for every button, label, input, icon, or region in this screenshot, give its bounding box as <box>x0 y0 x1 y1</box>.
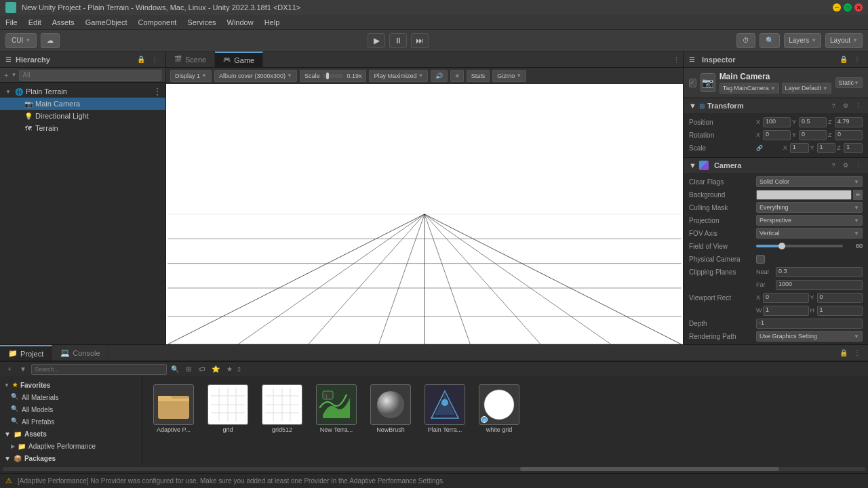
add-object-icon[interactable]: + <box>4 71 8 79</box>
fav-all-models[interactable]: 🔍 All Models <box>0 403 142 415</box>
asset-grid512[interactable]: grid512 <box>256 382 308 436</box>
cui-button[interactable]: CUI ▼ <box>5 33 37 48</box>
stats-button[interactable]: Stats <box>467 70 490 82</box>
transform-header[interactable]: ▼ ⊞ Transform ? ⚙ ⋮ <box>684 98 868 113</box>
rotation-y-input[interactable]: 0 <box>799 130 827 140</box>
scale-x-input[interactable]: 1 <box>790 143 809 153</box>
resolution-dropdown[interactable]: Album cover (3000x300) ▼ <box>214 70 297 82</box>
vsync-button[interactable]: ≡ <box>450 70 463 82</box>
add-asset-icon[interactable]: + <box>4 364 15 375</box>
hierarchy-light-item[interactable]: 💡 Directional Light <box>0 110 165 122</box>
menu-edit[interactable]: Edit <box>28 18 41 26</box>
rotation-z-input[interactable]: 0 <box>835 130 863 140</box>
menu-assets[interactable]: Assets <box>52 18 75 26</box>
menu-file[interactable]: File <box>5 18 18 26</box>
tab-scene[interactable]: 🎬 Scene <box>166 52 215 67</box>
hierarchy-search-input[interactable] <box>19 70 161 81</box>
play-maximized-dropdown[interactable]: Play Maximized ▼ <box>369 70 428 82</box>
viewport-w-input[interactable]: 1 <box>763 306 809 316</box>
hierarchy-lock-icon[interactable]: 🔒 <box>136 54 146 65</box>
scale-control[interactable]: Scale 0.19x <box>300 70 367 82</box>
fov-slider[interactable] <box>756 245 843 247</box>
search-toolbar-button[interactable]: 🔍 <box>760 33 780 48</box>
assets-adaptive-perf-item[interactable]: ▶ 📁 Adaptive Performance <box>0 440 142 452</box>
scale-z-input[interactable]: 1 <box>844 143 863 153</box>
project-more-icon[interactable]: ⋮ <box>852 348 863 359</box>
object-active-checkbox[interactable] <box>689 79 696 87</box>
step-button[interactable]: ⏭ <box>411 33 429 48</box>
camera-more-icon[interactable]: ⋮ <box>853 161 863 170</box>
menu-component[interactable]: Component <box>138 18 176 26</box>
project-lock-icon[interactable]: 🔒 <box>838 348 849 359</box>
camera-header[interactable]: ▼ Camera ? ⚙ ⋮ <box>684 158 868 173</box>
camera-settings-icon[interactable]: ⚙ <box>841 161 850 170</box>
assets-tree-header[interactable]: ▼ 📁 Assets <box>0 428 142 440</box>
static-dropdown[interactable]: Static ▼ <box>835 77 863 88</box>
asset-adaptive-p[interactable]: Adaptive P... <box>148 382 199 436</box>
position-z-input[interactable]: 4.79 <box>835 117 863 127</box>
transform-more-icon[interactable]: ⋮ <box>853 101 863 110</box>
viewport-y-input[interactable]: 0 <box>817 293 863 303</box>
clear-flags-dropdown[interactable]: Solid Color ▼ <box>756 176 863 187</box>
project-label-icon[interactable]: 🏷 <box>197 364 208 375</box>
menu-window[interactable]: Window <box>227 18 254 26</box>
menu-help[interactable]: Help <box>264 18 280 26</box>
transform-settings-icon[interactable]: ⚙ <box>841 101 850 110</box>
tab-console[interactable]: 💻 Console <box>52 345 108 361</box>
tab-project[interactable]: 📁 Project <box>0 345 52 361</box>
close-button[interactable]: ✕ <box>854 3 863 12</box>
asset-plain-terra[interactable]: Plain Terra... <box>419 382 471 436</box>
packages-tree-header[interactable]: ▼ 📦 Packages <box>0 452 142 464</box>
project-star-icon[interactable]: ★ <box>224 364 235 375</box>
menu-services[interactable]: Services <box>187 18 216 26</box>
view-more-icon[interactable]: ⋮ <box>669 52 683 68</box>
add-asset-arrow-icon[interactable]: ▼ <box>18 364 28 375</box>
play-button[interactable]: ▶ <box>368 33 385 48</box>
scale-y-input[interactable]: 1 <box>817 143 836 153</box>
scrollbar-thumb[interactable] <box>520 467 779 471</box>
tab-game[interactable]: 🎮 Game <box>215 52 263 67</box>
project-search-input[interactable] <box>31 364 167 375</box>
physical-camera-checkbox[interactable] <box>756 255 765 264</box>
rotation-x-input[interactable]: 0 <box>763 130 791 140</box>
asset-newbrush[interactable]: NewBrush <box>365 382 416 436</box>
add-arrow-icon[interactable]: ▼ <box>11 72 16 78</box>
background-color-swatch[interactable] <box>756 190 852 200</box>
asset-grid[interactable]: grid <box>202 382 254 436</box>
tag-dropdown[interactable]: Tag MainCamera ▼ <box>719 83 779 94</box>
history-button[interactable]: ⏱ <box>736 33 755 48</box>
projection-dropdown[interactable]: Perspective ▼ <box>756 215 863 226</box>
fov-axis-dropdown[interactable]: Vertical ▼ <box>756 228 863 239</box>
gizmos-button[interactable]: Gizmo ▼ <box>492 70 526 82</box>
depth-input[interactable]: -1 <box>756 319 863 329</box>
asset-white-grid[interactable]: ⊙ white grid <box>473 382 525 436</box>
mute-button[interactable]: 🔊 <box>431 70 448 82</box>
fav-all-materials[interactable]: 🔍 All Materials <box>0 391 142 403</box>
project-refresh-icon[interactable]: ⭐ <box>210 364 221 375</box>
hierarchy-scene-item[interactable]: ▼ 🌐 Plain Terrain ⋮ <box>0 85 165 98</box>
menu-gameobject[interactable]: GameObject <box>85 18 127 26</box>
hierarchy-camera-item[interactable]: 📷 Main Camera <box>0 98 165 110</box>
position-x-input[interactable]: 100 <box>763 117 791 127</box>
project-search-icon[interactable]: 🔍 <box>170 364 180 375</box>
layer-dropdown[interactable]: Layer Default ▼ <box>782 83 831 94</box>
cloud-button[interactable]: ☁ <box>41 33 60 48</box>
clipping-near-input[interactable]: 0.3 <box>776 267 863 277</box>
pause-button[interactable]: ⏸ <box>389 33 407 48</box>
asset-new-terra[interactable]: ↕ New Terra... <box>311 382 362 436</box>
display-dropdown[interactable]: Display 1 ▼ <box>170 70 212 82</box>
culling-mask-dropdown[interactable]: Everything ▼ <box>756 202 863 213</box>
clipping-far-input[interactable]: 1000 <box>776 280 863 290</box>
inspector-lock-icon[interactable]: 🔒 <box>838 54 849 65</box>
viewport-h-input[interactable]: 1 <box>817 306 863 316</box>
favorites-section-header[interactable]: ▼ ★ Favorites <box>0 379 142 391</box>
rendering-path-dropdown[interactable]: Use Graphics Setting ▼ <box>756 331 863 342</box>
transform-help-icon[interactable]: ? <box>829 101 838 110</box>
viewport-x-input[interactable]: 0 <box>763 293 809 303</box>
layers-dropdown[interactable]: Layers ▼ <box>784 33 821 48</box>
color-picker-button[interactable]: ✏ <box>853 190 863 200</box>
hierarchy-more-icon[interactable]: ⋮ <box>149 54 160 65</box>
hierarchy-terrain-item[interactable]: 🗺 Terrain <box>0 122 165 134</box>
camera-help-icon[interactable]: ? <box>829 161 838 170</box>
maximize-button[interactable]: □ <box>844 3 852 12</box>
